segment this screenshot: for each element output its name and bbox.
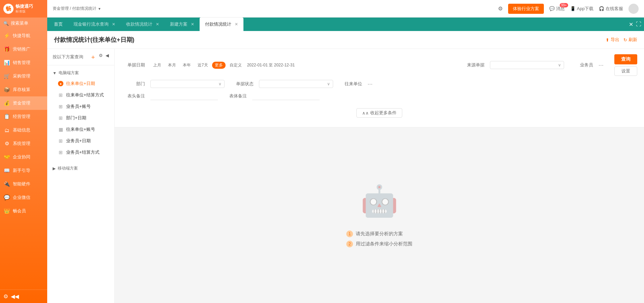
desktop-group-toggle[interactable]: ▼ 电脑端方案: [47, 68, 114, 78]
table-header-note-input[interactable]: [150, 92, 218, 100]
refresh-btn[interactable]: ↻ 刷新: [623, 37, 637, 43]
empty-illustration: 🤖: [359, 183, 400, 224]
dept-select[interactable]: ∨: [150, 80, 225, 88]
tab-bar: 首页 现金银行流水查询 ✕ 收款情况统计 ✕ 新建方案 ✕ 付款情况统计 ✕ ✕…: [47, 18, 644, 31]
sidebar-item-basic-info[interactable]: 🗂 基础信息: [0, 123, 47, 137]
user-avatar[interactable]: [628, 4, 639, 14]
operations-icon: 📋: [3, 113, 10, 120]
related-unit-dots-btn[interactable]: ···: [368, 81, 373, 88]
page-header-actions: ⬆ 导出 ↻ 刷新: [606, 37, 637, 43]
collapse-panel-icon[interactable]: ◀: [106, 53, 109, 61]
date-tab-last-month[interactable]: 上月: [150, 62, 164, 69]
filter-row-2: 部门 ∨ 单据状态 ∨ 往来单位 ···: [121, 80, 637, 88]
message-icon: 💬: [549, 6, 555, 11]
mobile-group-chevron-icon: ▶: [53, 166, 56, 171]
tab-receivables[interactable]: 收款情况统计 ✕: [121, 18, 165, 31]
collapse-filter-btn[interactable]: ∧∧ 收起更多条件: [356, 108, 402, 118]
expand-tabs-icon[interactable]: ⛶: [636, 21, 641, 27]
logo-text: 畅捷通巧 标准版: [16, 4, 33, 14]
service-icon: 🎧: [599, 6, 604, 11]
voucher-status-select[interactable]: ∨: [259, 80, 333, 88]
mobile-group-toggle[interactable]: ▶ 移动端方案: [47, 163, 114, 173]
staff-dots-btn[interactable]: ···: [598, 62, 604, 69]
date-tabs: 上月 本月 本年 近7天 更多 自定义: [150, 62, 244, 69]
tip-num-2: 2: [346, 241, 353, 247]
trial-btn[interactable]: 体验行业方案: [508, 4, 544, 14]
sidebar-nav: ⚡ 快捷导航 🎁 营销推广 📊 销售管理 🛒 采购管理 📦 库存核算 💰 资金管…: [0, 29, 47, 290]
collapse-up-icon: ∧∧: [362, 111, 369, 116]
enterprise-icon: 🤝: [3, 154, 10, 160]
scheme-bar-icon: ▦: [58, 127, 63, 132]
date-tab-custom[interactable]: 自定义: [227, 62, 244, 69]
date-tab-last-7[interactable]: 近7天: [195, 62, 211, 69]
header-settings-icon[interactable]: ⚙: [498, 5, 503, 12]
sidebar-item-purchase[interactable]: 🛒 采购管理: [0, 69, 47, 83]
left-panel: 按以下方案查询 ＋ ⚙ ◀ ▼ 电脑端方案 ● 往来单位+日期: [47, 49, 115, 303]
date-range-display: 2022-01-01 至 2022-12-31: [247, 62, 295, 68]
sidebar-item-marketing[interactable]: 🎁 营销推广: [0, 42, 47, 56]
member-icon: 👑: [3, 208, 10, 214]
refresh-icon: ↻: [623, 37, 627, 42]
voucher-status-label: 单据状态: [230, 81, 254, 87]
tab-close-bank-flow[interactable]: ✕: [112, 22, 115, 27]
scheme-chart-icon: ⊞: [58, 150, 63, 155]
date-tab-this-year[interactable]: 本年: [180, 62, 194, 69]
tab-payment-stats[interactable]: 付款情况统计 ✕: [200, 18, 243, 31]
dept-chevron-icon: ∨: [218, 82, 222, 86]
scheme-item-staff-settle[interactable]: ⊞ 业务员+结算方式: [47, 147, 114, 158]
query-btn[interactable]: 查询: [614, 54, 637, 64]
search-icon: 🔍: [3, 21, 9, 26]
scheme-item-unit-account[interactable]: ▦ 往来单位+账号: [47, 124, 114, 135]
search-menu[interactable]: 🔍 搜索菜单: [0, 18, 47, 29]
left-panel-icons: ＋ ⚙ ◀: [90, 53, 109, 61]
settings-btn[interactable]: 设置: [614, 66, 637, 76]
sidebar-item-operations[interactable]: 📋 经营管理: [0, 110, 47, 123]
scheme-item-staff-account[interactable]: ⊞ 业务员+账号: [47, 101, 114, 112]
date-tab-this-month[interactable]: 本月: [165, 62, 179, 69]
tab-controls: ✕ ⛶: [629, 21, 644, 28]
tab-close-new-scheme[interactable]: ✕: [191, 22, 194, 27]
right-panel: 单据日期 上月 本月 本年 近7天 更多 自定义 2022-01-01 至 20…: [115, 49, 644, 303]
scheme-item-unit-settle[interactable]: ⊞ 往来单位+结算方式: [47, 89, 114, 101]
inventory-icon: 📦: [3, 86, 10, 93]
tab-home[interactable]: 首页: [49, 18, 68, 31]
sidebar-item-member[interactable]: 👑 畅会员: [0, 204, 47, 218]
tab-close-receivables[interactable]: ✕: [156, 22, 159, 27]
sidebar-item-inventory[interactable]: 📦 库存核算: [0, 83, 47, 96]
tab-close-payment-stats[interactable]: ✕: [235, 22, 238, 27]
empty-tip-2: 2 用过滤条件来缩小分析范围: [346, 241, 412, 247]
filter-row-3: 表头备注 表体备注: [121, 92, 637, 100]
scheme-item-unit-date[interactable]: ● 往来单位+日期: [47, 78, 114, 89]
quick-nav-icon: ⚡: [3, 32, 10, 39]
scheme-settings-icon[interactable]: ⚙: [99, 53, 103, 61]
app-download-btn[interactable]: 📱 App下载: [570, 6, 593, 12]
settings-bottom-icon[interactable]: ⚙: [3, 293, 8, 300]
export-btn[interactable]: ⬆ 导出: [606, 37, 619, 43]
filter-area: 单据日期 上月 本月 本年 近7天 更多 自定义 2022-01-01 至 20…: [115, 49, 644, 127]
sidebar-item-finance[interactable]: 💰 资金管理: [0, 96, 47, 110]
tab-new-scheme[interactable]: 新建方案 ✕: [165, 18, 200, 31]
sidebar-item-smart-hw[interactable]: 🔌 智能硬件: [0, 177, 47, 191]
scheme-chart-icon: ⊞: [58, 104, 63, 109]
customer-service-btn[interactable]: 🎧 在线客服: [599, 6, 623, 12]
add-scheme-icon[interactable]: ＋: [90, 53, 96, 61]
date-tab-more[interactable]: 更多: [212, 62, 226, 69]
close-all-tabs-icon[interactable]: ✕: [629, 21, 633, 28]
sidebar-item-system[interactable]: ⚙ 系统管理: [0, 137, 47, 150]
scheme-item-dept-date[interactable]: ⊞ 部门+日期: [47, 112, 114, 124]
collapse-sidebar-icon[interactable]: ◀◀: [11, 293, 19, 300]
sidebar-item-guide[interactable]: 📖 新手引导: [0, 164, 47, 177]
sidebar-item-wechat[interactable]: 💬 企业微信: [0, 191, 47, 204]
scheme-item-staff-date[interactable]: ⊞ 业务员+日期: [47, 135, 114, 147]
sidebar-logo: 畅 畅捷通巧 标准版: [0, 0, 47, 18]
sidebar-item-sales[interactable]: 📊 销售管理: [0, 56, 47, 69]
sidebar-item-enterprise[interactable]: 🤝 企业协同: [0, 150, 47, 164]
sidebar-item-quick-nav[interactable]: ⚡ 快捷导航: [0, 29, 47, 42]
table-body-note-input[interactable]: [252, 92, 320, 100]
finance-icon: 💰: [3, 100, 10, 107]
messages-btn[interactable]: 💬 消息 99+: [549, 6, 565, 12]
smart-hw-icon: 🔌: [3, 181, 10, 187]
source-select[interactable]: ∨: [490, 61, 564, 69]
export-icon: ⬆: [606, 37, 609, 42]
tab-bank-flow[interactable]: 现金银行流水查询 ✕: [68, 18, 121, 31]
